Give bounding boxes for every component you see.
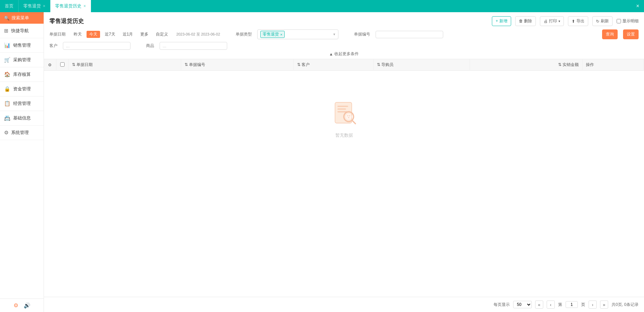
date-btn-custom[interactable]: 自定义 (153, 31, 171, 38)
tab-retail-return-label: 零售退货 (23, 3, 41, 9)
basic-info-icon: 📇 (4, 115, 10, 121)
total-info: 共0页, 0条记录 (612, 302, 639, 308)
sidebar-item-basic-info[interactable]: 📇 基础信息 (0, 111, 44, 126)
tab-home[interactable]: 首页 (0, 0, 19, 12)
date-filter: 昨天 今天 近7天 近1月 更多 自定义 (71, 31, 171, 38)
tab-retail-return-close[interactable]: × (43, 4, 45, 8)
export-button[interactable]: ⬆ 导出 (568, 16, 588, 26)
print-label: 打印 (549, 18, 557, 24)
customer-filter-input[interactable]: ... (63, 42, 130, 50)
th-guide-label: ⇅ 导购员 (377, 62, 393, 67)
show-detail-checkbox-label[interactable]: 显示明细 (617, 18, 639, 24)
date-btn-last-month[interactable]: 近1月 (120, 31, 136, 38)
th-operation-label: 操作 (586, 62, 594, 67)
date-btn-more[interactable]: 更多 (138, 31, 151, 38)
svg-rect-0 (335, 103, 352, 123)
print-button[interactable]: 🖨 打印 ▾ (540, 16, 564, 26)
th-voucher-no-label: ⇅ 单据编号 (185, 62, 205, 67)
type-tag-remove[interactable]: × (280, 32, 282, 37)
page-size-label: 每页显示 (494, 302, 510, 308)
voucher-no-input[interactable] (376, 31, 443, 38)
page-number-input[interactable] (566, 301, 578, 308)
th-date[interactable]: ⇅ 单据日期 (68, 59, 181, 71)
top-tab-bar: 首页 零售退货 × 零售退货历史 × × (0, 0, 644, 12)
sidebar-item-basic-info-label: 基础信息 (13, 115, 31, 121)
settings-bottom-icon[interactable]: ⚙ (14, 302, 18, 309)
customer-filter-label: 客户 (49, 43, 57, 49)
system-icon: ⚙ (4, 130, 8, 136)
sidebar-item-finance[interactable]: 🔒 资金管理 (0, 82, 44, 96)
empty-state-icon (329, 98, 359, 128)
select-all-checkbox[interactable] (60, 62, 65, 67)
tab-home-label: 首页 (5, 3, 14, 9)
th-amount-label: ⇅ 实销金额 (558, 62, 579, 67)
sidebar-item-sales[interactable]: 📊 销售管理 (0, 38, 44, 53)
content-area: 零售退货历史 + 新增 🗑 删除 🖨 打印 ▾ ⬆ 导出 ↻ (44, 12, 644, 312)
page-label: 第 (558, 302, 562, 308)
th-guide[interactable]: ⇅ 导购员 (374, 59, 470, 71)
sidebar-item-sales-label: 销售管理 (13, 42, 31, 48)
first-page-button[interactable]: « (535, 300, 543, 309)
query-button[interactable]: 查询 (602, 29, 618, 39)
sidebar-item-operation[interactable]: 📋 经营管理 (0, 96, 44, 111)
th-checkbox[interactable] (56, 59, 68, 71)
sidebar-bottom: ⚙ 🔊 (0, 298, 44, 312)
customer-placeholder: ... (66, 43, 70, 48)
date-range-display: 2023-06-02 至 2023-06-02 (176, 32, 220, 37)
quick-nav-icon: ⊞ (4, 28, 8, 34)
goods-filter-input[interactable]: ... (160, 42, 227, 50)
type-tag-label: 零售退货 (263, 31, 279, 37)
new-button[interactable]: + 新增 (492, 16, 511, 26)
svg-point-9 (348, 117, 349, 118)
pagination-bar: 每页显示 10 20 50 100 « ‹ 第 页 › » 共0页, 0条记录 (44, 297, 644, 312)
collapse-bar[interactable]: ▲ 收起更多条件 (49, 50, 639, 59)
prev-page-button[interactable]: ‹ (547, 300, 555, 309)
show-detail-checkbox[interactable] (617, 19, 621, 23)
export-label: 导出 (576, 18, 585, 24)
sidebar-item-system-label: 系统管理 (11, 130, 29, 136)
date-btn-yesterday[interactable]: 昨天 (71, 31, 85, 38)
th-voucher-no[interactable]: ⇅ 单据编号 (181, 59, 293, 71)
th-customer-label: ⇅ 客户 (297, 62, 310, 67)
last-page-button[interactable]: » (600, 300, 608, 309)
refresh-label: 刷新 (601, 18, 609, 24)
sidebar-item-quick-nav[interactable]: ⊞ 快捷导航 (0, 24, 44, 38)
sidebar-item-inventory[interactable]: 🏠 库存核算 (0, 67, 44, 82)
th-customer[interactable]: ⇅ 客户 (293, 59, 373, 71)
sidebar-search-label: 搜索菜单 (11, 15, 29, 21)
date-btn-last7[interactable]: 近7天 (102, 31, 118, 38)
sidebar-item-purchase[interactable]: 🛒 采购管理 (0, 53, 44, 67)
sidebar-item-finance-label: 资金管理 (13, 86, 31, 92)
tab-retail-return-history-close[interactable]: × (84, 4, 86, 8)
table-settings-icon[interactable]: ⚙ (48, 63, 52, 67)
page-title-row: 零售退货历史 + 新增 🗑 删除 🖨 打印 ▾ ⬆ 导出 ↻ (49, 16, 639, 26)
window-close-button[interactable]: × (631, 0, 644, 12)
sidebar-item-purchase-label: 采购管理 (13, 57, 31, 63)
sidebar-item-system[interactable]: ⚙ 系统管理 (0, 126, 44, 140)
type-tag-retail-return: 零售退货 × (260, 31, 285, 38)
filter-area: 单据日期 昨天 今天 近7天 近1月 更多 自定义 2023-06-02 至 2… (49, 29, 639, 59)
filter-row-2: 客户 ... 商品 ... (49, 42, 639, 50)
th-settings[interactable]: ⚙ (44, 59, 56, 71)
collapse-arrow-icon: ▲ (329, 52, 333, 57)
page-size-select[interactable]: 10 20 50 100 (513, 301, 532, 308)
delete-button[interactable]: 🗑 删除 (515, 16, 536, 26)
sidebar-item-quick-nav-label: 快捷导航 (11, 28, 29, 34)
toolbar: + 新增 🗑 删除 🖨 打印 ▾ ⬆ 导出 ↻ 刷新 (492, 16, 639, 26)
date-btn-today[interactable]: 今天 (87, 31, 100, 38)
goods-filter-label: 商品 (146, 43, 154, 49)
sidebar-search[interactable]: 🔍 搜索菜单 (0, 12, 44, 24)
tab-retail-return[interactable]: 零售退货 × (19, 0, 50, 12)
audio-bottom-icon[interactable]: 🔊 (24, 302, 30, 309)
voucher-no-label: 单据编号 (354, 31, 370, 37)
th-amount[interactable]: ⇅ 实销金额 (470, 59, 582, 71)
refresh-button[interactable]: ↻ 刷新 (592, 16, 613, 26)
refresh-icon: ↻ (596, 19, 599, 24)
table-area: ⚙ ⇅ 单据日期 ⇅ 单据编号 ⇅ 客户 (44, 59, 644, 297)
next-page-button[interactable]: › (589, 300, 597, 309)
svg-line-6 (352, 120, 355, 124)
tab-retail-return-history[interactable]: 零售退货历史 × (50, 0, 91, 12)
data-table: ⚙ ⇅ 单据日期 ⇅ 单据编号 ⇅ 客户 (44, 59, 644, 71)
settings-button[interactable]: 设置 (623, 29, 639, 39)
type-filter-input[interactable]: 零售退货 × ▾ (257, 29, 338, 39)
